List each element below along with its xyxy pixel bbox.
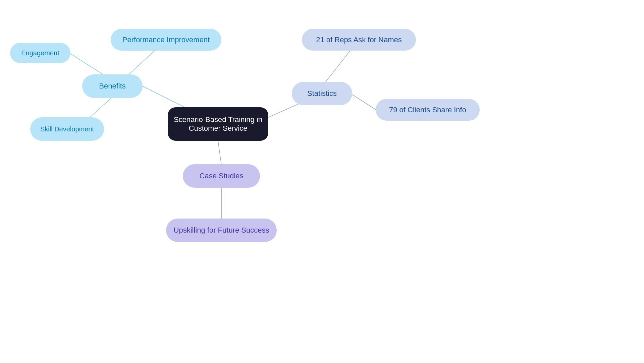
center-label: Scenario-Based Training in Customer Serv… [168, 115, 268, 133]
performance-node: Performance Improvement [111, 29, 221, 51]
svg-line-6 [351, 94, 377, 111]
reps-label: 21 of Reps Ask for Names [316, 36, 402, 44]
case-label: Case Studies [200, 172, 244, 180]
statistics-label: Statistics [307, 89, 337, 98]
skill-development-node: Skill Development [30, 117, 104, 141]
reps-node: 21 of Reps Ask for Names [302, 29, 416, 51]
engagement-label: Engagement [21, 49, 59, 57]
center-node: Scenario-Based Training in Customer Serv… [168, 107, 268, 141]
statistics-node: Statistics [292, 82, 352, 105]
engagement-node: Engagement [10, 43, 70, 63]
skill-label: Skill Development [40, 125, 94, 133]
benefits-label: Benefits [99, 82, 126, 90]
performance-label: Performance Improvement [122, 36, 210, 44]
case-studies-node: Case Studies [183, 164, 260, 188]
svg-line-7 [218, 141, 221, 165]
clients-label: 79 of Clients Share Info [389, 106, 466, 114]
upskilling-label: Upskilling for Future Success [174, 226, 269, 235]
upskilling-node: Upskilling for Future Success [166, 219, 277, 242]
clients-node: 79 of Clients Share Info [376, 99, 480, 121]
benefits-node: Benefits [82, 74, 143, 98]
